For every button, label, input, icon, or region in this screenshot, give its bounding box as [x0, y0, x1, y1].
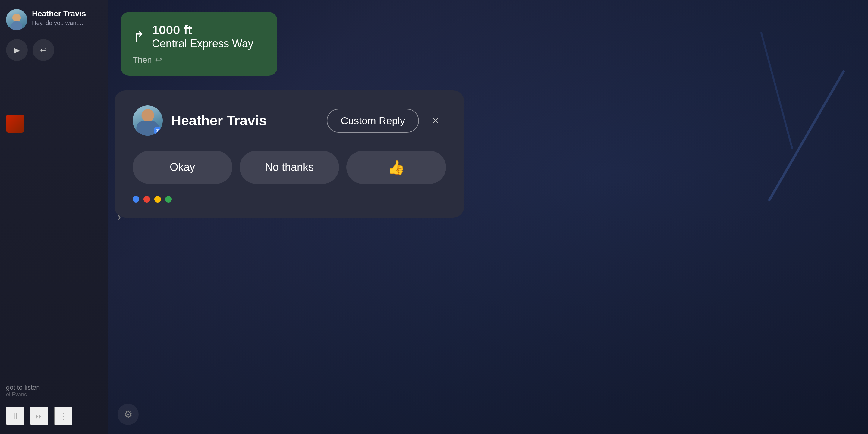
nav-distance: 1000 ft: [152, 23, 253, 37]
nav-street: Central Express Way: [152, 37, 253, 50]
message-badge-icon: ✉: [156, 128, 159, 133]
pause-button[interactable]: ⏸: [6, 407, 24, 425]
reply-okay-label: Okay: [170, 161, 195, 174]
reply-card: ✉ Heather Travis Custom Reply × Okay No …: [115, 90, 464, 218]
reply-no-thanks-button[interactable]: No thanks: [240, 151, 339, 184]
avatar-body: [11, 21, 22, 30]
reply-avatar: ✉: [133, 105, 163, 135]
google-dots: [133, 196, 446, 203]
nav-distance-info: 1000 ft Central Express Way: [152, 23, 253, 50]
google-dot-blue: [133, 196, 139, 203]
avatar-person: [11, 13, 22, 30]
next-button[interactable]: ⏭: [30, 407, 48, 425]
turn-right-icon: ↱: [133, 28, 145, 45]
reply-no-thanks-label: No thanks: [265, 161, 314, 174]
reply-sender-name: Heather Travis: [171, 113, 267, 129]
nav-then-label: Then: [133, 55, 152, 65]
reply-header: ✉ Heather Travis Custom Reply ×: [133, 105, 446, 135]
nav-then: Then ↩: [133, 55, 265, 65]
play-icon: ▶: [14, 45, 20, 55]
sidebar-contact: Heather Travis Hey, do you want...: [6, 9, 102, 30]
map-road-1: [768, 70, 845, 201]
avatar-head-large: [141, 109, 154, 122]
play-button[interactable]: ▶: [6, 39, 28, 61]
reply-top-actions: Custom Reply ×: [327, 109, 446, 133]
sidebar-contact-name: Heather Travis: [32, 9, 102, 19]
close-button[interactable]: ×: [425, 110, 446, 131]
sidebar-media-controls: ⏸ ⏭ ⋮: [6, 407, 102, 425]
sidebar: Heather Travis Hey, do you want... ▶ ↩ g…: [0, 0, 108, 434]
sidebar-song: got to listen el Evans: [6, 384, 102, 398]
navigation-card: ↱ 1000 ft Central Express Way Then ↩: [121, 12, 277, 76]
reply-okay-button[interactable]: Okay: [133, 151, 232, 184]
google-dot-yellow: [154, 196, 161, 203]
sidebar-contact-info: Heather Travis Hey, do you want...: [32, 9, 102, 27]
reply-thumbsup-button[interactable]: 👍: [346, 151, 446, 184]
avatar-head: [12, 13, 21, 22]
song-artist: el Evans: [6, 392, 102, 398]
reply-sender: ✉ Heather Travis: [133, 105, 267, 135]
map-road-2: [760, 32, 793, 149]
google-dot-red: [144, 196, 150, 203]
sidebar-avatar-image: [6, 9, 27, 30]
message-badge: ✉: [154, 127, 161, 134]
nav-then-arrow-icon: ↩: [155, 55, 162, 65]
reply-button[interactable]: ↩: [33, 39, 54, 61]
sidebar-controls: ▶ ↩: [6, 39, 102, 61]
more-button[interactable]: ⋮: [54, 407, 72, 425]
thumbsup-icon: 👍: [388, 159, 405, 176]
nav-header: ↱ 1000 ft Central Express Way: [133, 23, 265, 50]
settings-button[interactable]: ⚙: [118, 404, 138, 425]
reply-options: Okay No thanks 👍: [133, 151, 446, 184]
reply-icon: ↩: [40, 45, 47, 55]
song-title: got to listen: [6, 384, 102, 392]
custom-reply-button[interactable]: Custom Reply: [327, 109, 419, 133]
sidebar-avatar: [6, 9, 27, 30]
google-dot-green: [165, 196, 172, 203]
sidebar-contact-message: Hey, do you want...: [32, 20, 102, 27]
sidebar-album-art: [6, 115, 24, 133]
